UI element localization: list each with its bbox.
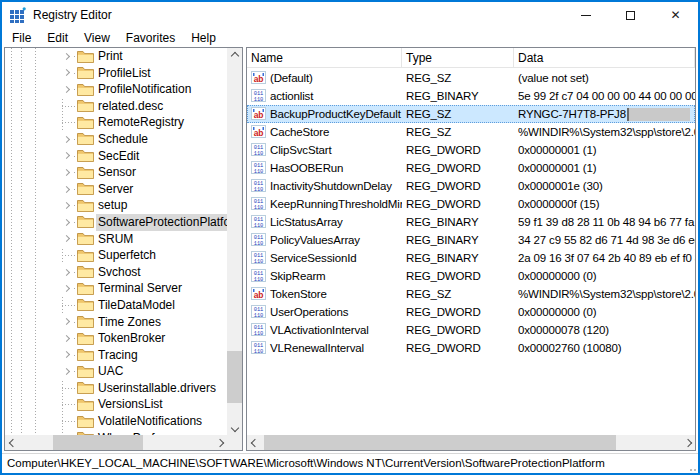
registry-value-row[interactable]: ab 011 110 BackupProductKeyDefault REG_S… bbox=[247, 105, 695, 123]
maximize-button[interactable] bbox=[608, 2, 653, 28]
list-hscroll-thumb[interactable] bbox=[264, 435, 616, 450]
tree-item-label[interactable]: Userinstallable.drivers bbox=[96, 380, 227, 397]
tree-item-label[interactable]: setup bbox=[96, 197, 227, 214]
expand-button[interactable] bbox=[59, 148, 73, 165]
expand-button[interactable] bbox=[59, 330, 73, 347]
tree-item[interactable]: Tracing bbox=[5, 347, 227, 364]
expand-button[interactable] bbox=[59, 314, 73, 331]
expand-button[interactable] bbox=[59, 264, 73, 281]
registry-value-row[interactable]: ab 011 110 UserOperations REG_DWORD 0x00… bbox=[247, 303, 695, 321]
scroll-right-button[interactable] bbox=[680, 435, 695, 450]
menu-file[interactable]: File bbox=[4, 29, 39, 47]
tree-item[interactable]: TokenBroker bbox=[5, 330, 227, 347]
registry-value-row[interactable]: ab 011 110 VLActivationInterval REG_DWOR… bbox=[247, 321, 695, 339]
title-bar[interactable]: Registry Editor ✕ bbox=[2, 2, 698, 28]
tree-item[interactable]: Schedule bbox=[5, 131, 227, 148]
registry-value-row[interactable]: ab 011 110 PolicyValuesArray REG_BINARY … bbox=[247, 231, 695, 249]
expand-button[interactable] bbox=[59, 363, 73, 380]
scroll-right-button[interactable] bbox=[212, 435, 227, 450]
registry-value-row[interactable]: ab 011 110 CacheStore REG_SZ %WINDIR%\Sy… bbox=[247, 123, 695, 141]
tree-item-label[interactable]: TokenBroker bbox=[96, 330, 227, 347]
tree-item[interactable]: ProfileNotification bbox=[5, 81, 227, 98]
tree-horizontal-scrollbar[interactable] bbox=[5, 435, 227, 450]
registry-value-row[interactable]: ab 011 110 (Default) REG_SZ (value not s… bbox=[247, 69, 695, 87]
tree-item[interactable]: SoftwareProtectionPlatform bbox=[5, 214, 227, 231]
list-horizontal-scrollbar[interactable] bbox=[247, 435, 695, 450]
registry-value-row[interactable]: ab 011 110 ServiceSessionId REG_BINARY 2… bbox=[247, 249, 695, 267]
scroll-left-button[interactable] bbox=[247, 435, 262, 450]
tree-item-label[interactable]: SecEdit bbox=[96, 148, 227, 165]
expand-button[interactable] bbox=[59, 164, 73, 181]
tree-item[interactable]: Svchost bbox=[5, 264, 227, 281]
tree-item-label[interactable]: UAC bbox=[96, 363, 227, 380]
tree-item-label[interactable]: VolatileNotifications bbox=[96, 413, 227, 430]
registry-value-row[interactable]: ab 011 110 TokenStore REG_SZ %WINDIR%\Sy… bbox=[247, 285, 695, 303]
expand-button[interactable] bbox=[59, 231, 73, 248]
tree-item[interactable]: setup bbox=[5, 197, 227, 214]
menu-help[interactable]: Help bbox=[183, 29, 224, 47]
tree-item[interactable]: VolatileNotifications bbox=[5, 413, 227, 430]
registry-value-row[interactable]: ab 011 110 VLRenewalInterval REG_DWORD 0… bbox=[247, 339, 695, 357]
tree-item[interactable]: Userinstallable.drivers bbox=[5, 380, 227, 397]
tree-item[interactable]: SRUM bbox=[5, 231, 227, 248]
expand-button[interactable] bbox=[59, 347, 73, 364]
expand-button[interactable] bbox=[59, 214, 73, 231]
registry-value-row[interactable]: ab 011 110 HasOOBERun REG_DWORD 0x000000… bbox=[247, 159, 695, 177]
column-header-name[interactable]: Name bbox=[247, 48, 402, 68]
tree-item-label[interactable]: Terminal Server bbox=[96, 280, 227, 297]
tree-item-label[interactable]: RemoteRegistry bbox=[96, 114, 227, 131]
expand-button[interactable] bbox=[59, 197, 73, 214]
tree-item[interactable]: UAC bbox=[5, 363, 227, 380]
tree-item-label[interactable]: SoftwareProtectionPlatform bbox=[96, 214, 227, 231]
tree-item[interactable]: TileDataModel bbox=[5, 297, 227, 314]
tree-item-label[interactable]: Superfetch bbox=[96, 247, 227, 264]
tree-item[interactable]: Sensor bbox=[5, 164, 227, 181]
tree-item-label[interactable]: SRUM bbox=[96, 231, 227, 248]
tree-item[interactable]: Server bbox=[5, 181, 227, 198]
tree-item-label[interactable]: VersionsList bbox=[96, 396, 227, 413]
menu-view[interactable]: View bbox=[76, 29, 118, 47]
resize-grip[interactable] bbox=[694, 469, 696, 471]
tree-item-label[interactable]: Svchost bbox=[96, 264, 227, 281]
expand-button[interactable] bbox=[59, 131, 73, 148]
expand-button[interactable] bbox=[59, 181, 73, 198]
expand-button[interactable] bbox=[59, 280, 73, 297]
minimize-button[interactable] bbox=[563, 2, 608, 28]
menu-favorites[interactable]: Favorites bbox=[118, 29, 183, 47]
close-button[interactable]: ✕ bbox=[653, 2, 698, 28]
tree-hscroll-thumb[interactable] bbox=[53, 435, 143, 450]
tree-item-label[interactable]: ProfileNotification bbox=[96, 81, 227, 98]
tree-item-label[interactable]: Print bbox=[96, 48, 227, 65]
registry-value-row[interactable]: ab 011 110 actionlist REG_BINARY 5e 99 2… bbox=[247, 87, 695, 105]
tree-item-label[interactable]: Server bbox=[96, 181, 227, 198]
scroll-left-button[interactable] bbox=[5, 435, 20, 450]
registry-value-row[interactable]: ab 011 110 ClipSvcStart REG_DWORD 0x0000… bbox=[247, 141, 695, 159]
tree-item-label[interactable]: Sensor bbox=[96, 164, 227, 181]
tree-item[interactable]: RemoteRegistry bbox=[5, 114, 227, 131]
registry-value-row[interactable]: ab 011 110 KeepRunningThresholdMins REG_… bbox=[247, 195, 695, 213]
tree-item-label[interactable]: ProfileList bbox=[96, 65, 227, 82]
registry-value-row[interactable]: ab 011 110 LicStatusArray REG_BINARY 59 … bbox=[247, 213, 695, 231]
tree-item[interactable]: Print bbox=[5, 48, 227, 65]
column-header-data[interactable]: Data bbox=[514, 48, 695, 68]
registry-value-row[interactable]: ab 011 110 SkipRearm REG_DWORD 0x0000000… bbox=[247, 267, 695, 285]
tree-item[interactable]: related.desc bbox=[5, 98, 227, 115]
tree-vertical-scrollbar[interactable] bbox=[227, 48, 242, 435]
tree-item[interactable]: VersionsList bbox=[5, 396, 227, 413]
scroll-up-button[interactable] bbox=[227, 48, 242, 63]
tree-item-label[interactable]: TileDataModel bbox=[96, 297, 227, 314]
registry-value-row[interactable]: ab 011 110 InactivityShutdownDelay REG_D… bbox=[247, 177, 695, 195]
tree-item[interactable]: Time Zones bbox=[5, 314, 227, 331]
scroll-down-button[interactable] bbox=[227, 420, 242, 435]
tree-item[interactable]: SecEdit bbox=[5, 148, 227, 165]
column-header-type[interactable]: Type bbox=[402, 48, 514, 68]
tree-item[interactable]: Superfetch bbox=[5, 247, 227, 264]
tree-vscroll-thumb[interactable] bbox=[227, 351, 242, 403]
tree-item-label[interactable]: Time Zones bbox=[96, 314, 227, 331]
menu-edit[interactable]: Edit bbox=[39, 29, 76, 47]
expand-button[interactable] bbox=[59, 48, 73, 65]
tree-item-label[interactable]: related.desc bbox=[96, 98, 227, 115]
tree-item[interactable]: ProfileList bbox=[5, 65, 227, 82]
expand-button[interactable] bbox=[59, 65, 73, 82]
expand-button[interactable] bbox=[59, 81, 73, 98]
